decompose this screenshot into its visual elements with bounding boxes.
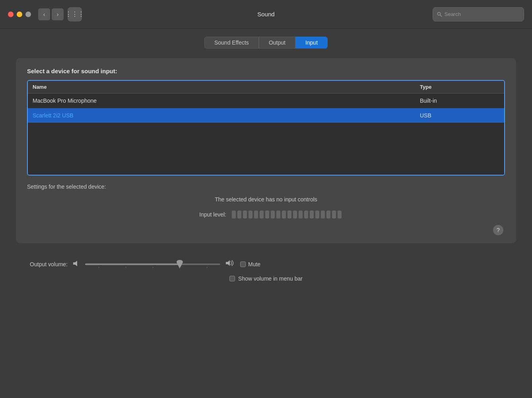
device-name-0: MacBook Pro Microphone bbox=[33, 98, 420, 104]
forward-button[interactable]: › bbox=[52, 8, 64, 20]
table-rows: MacBook Pro Microphone Built-in Scarlett… bbox=[28, 94, 504, 175]
level-bar bbox=[260, 211, 264, 219]
titlebar: ‹ › ⋮⋮⋮ Sound bbox=[0, 0, 532, 29]
grid-button[interactable]: ⋮⋮⋮ bbox=[68, 7, 82, 21]
show-volume-checkbox[interactable] bbox=[229, 276, 235, 281]
window-controls bbox=[8, 12, 31, 17]
level-bar bbox=[249, 211, 252, 219]
table-header: Name Type bbox=[28, 81, 504, 94]
input-level-row: Input level: bbox=[27, 211, 505, 219]
level-bar bbox=[321, 211, 325, 219]
show-volume-label: Show volume in menu bar bbox=[238, 275, 303, 282]
svg-marker-2 bbox=[73, 261, 77, 266]
table-empty-area bbox=[28, 123, 504, 175]
output-volume-row: Output volume: bbox=[16, 259, 516, 269]
main-content: Sound Effects Output Input Select a devi… bbox=[0, 29, 532, 251]
level-bar bbox=[243, 211, 247, 219]
level-bars bbox=[232, 211, 342, 219]
level-bar bbox=[282, 211, 286, 219]
level-bar bbox=[287, 211, 291, 219]
output-volume-label: Output volume: bbox=[16, 261, 68, 267]
level-bar bbox=[232, 211, 236, 219]
settings-label: Settings for the selected device: bbox=[27, 183, 505, 190]
minimize-button[interactable] bbox=[17, 12, 22, 17]
mute-label: Mute bbox=[248, 261, 260, 267]
svg-point-0 bbox=[437, 12, 440, 15]
level-bar bbox=[310, 211, 314, 219]
table-row[interactable]: MacBook Pro Microphone Built-in bbox=[28, 94, 504, 108]
col-type-header: Type bbox=[420, 84, 499, 90]
col-name-header: Name bbox=[33, 84, 420, 90]
device-type-0: Built-in bbox=[420, 98, 499, 104]
level-bar bbox=[265, 211, 269, 219]
settings-panel: Select a device for sound input: Name Ty… bbox=[16, 58, 516, 243]
volume-high-icon bbox=[225, 259, 235, 269]
back-button[interactable]: ‹ bbox=[38, 8, 50, 20]
volume-slider-wrapper[interactable] bbox=[85, 263, 220, 265]
help-btn-row: ? bbox=[27, 225, 505, 235]
nav-buttons: ‹ › bbox=[38, 8, 64, 20]
search-box[interactable] bbox=[433, 7, 524, 21]
tab-input[interactable]: Input bbox=[295, 37, 328, 49]
level-bar bbox=[338, 211, 342, 219]
window-title: Sound bbox=[257, 11, 274, 18]
slider-ticks bbox=[85, 267, 220, 268]
tabs-row: Sound Effects Output Input bbox=[16, 37, 516, 49]
level-bar bbox=[299, 211, 303, 219]
level-bar bbox=[276, 211, 280, 219]
level-bar bbox=[315, 211, 319, 219]
back-icon: ‹ bbox=[43, 11, 45, 18]
close-button[interactable] bbox=[8, 12, 14, 17]
panel-title: Select a device for sound input: bbox=[27, 68, 505, 74]
svg-marker-3 bbox=[226, 260, 230, 266]
mute-checkbox[interactable] bbox=[240, 261, 246, 267]
table-row[interactable]: Scarlett 2i2 USB USB bbox=[28, 108, 504, 123]
volume-slider-track[interactable] bbox=[85, 263, 220, 265]
tab-sound-effects[interactable]: Sound Effects bbox=[204, 37, 259, 49]
tab-output[interactable]: Output bbox=[259, 37, 295, 49]
bottom-bar: Output volume: bbox=[0, 251, 532, 287]
device-table: Name Type MacBook Pro Microphone Built-i… bbox=[27, 80, 505, 176]
grid-icon: ⋮⋮⋮ bbox=[65, 10, 84, 18]
svg-line-1 bbox=[440, 15, 442, 16]
forward-icon: › bbox=[57, 11, 59, 18]
level-bar bbox=[254, 211, 258, 219]
device-name-1: Scarlett 2i2 USB bbox=[33, 112, 420, 119]
search-icon bbox=[437, 12, 442, 17]
no-controls-text: The selected device has no input control… bbox=[27, 196, 505, 203]
level-bar bbox=[332, 211, 336, 219]
device-type-1: USB bbox=[420, 112, 499, 119]
level-bar bbox=[271, 211, 275, 219]
level-bar bbox=[304, 211, 308, 219]
volume-low-icon bbox=[72, 259, 80, 269]
search-input[interactable] bbox=[445, 11, 520, 17]
level-bar bbox=[293, 211, 297, 219]
level-bar bbox=[326, 211, 330, 219]
level-bar bbox=[237, 211, 241, 219]
mute-row: Mute bbox=[240, 261, 260, 267]
show-volume-row: Show volume in menu bar bbox=[16, 275, 516, 282]
maximize-button[interactable] bbox=[25, 12, 31, 17]
volume-slider-fill bbox=[85, 263, 180, 265]
help-button[interactable]: ? bbox=[493, 225, 503, 235]
input-level-label: Input level: bbox=[190, 211, 226, 218]
